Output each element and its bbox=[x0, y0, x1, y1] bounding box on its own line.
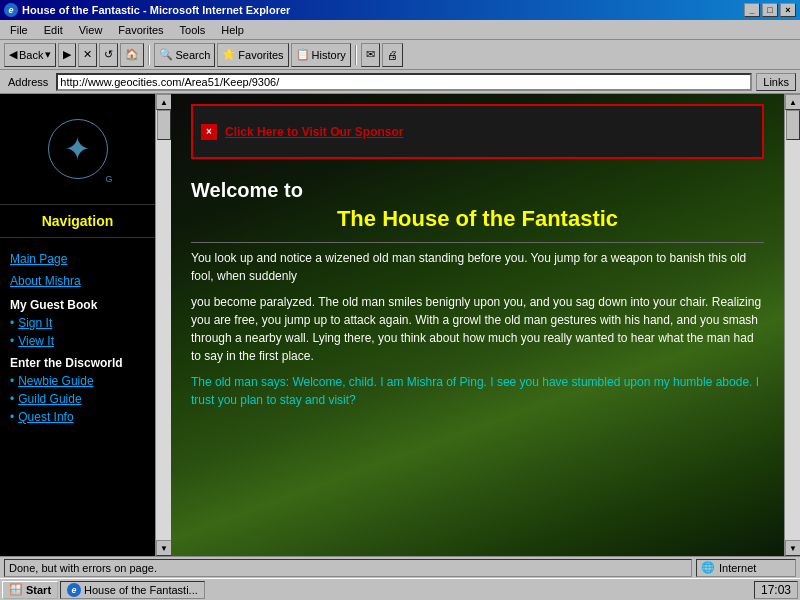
refresh-button[interactable]: ↺ bbox=[99, 43, 118, 67]
toolbar-sep-2 bbox=[355, 45, 357, 65]
body-paragraph-1: You look up and notice a wizened old man… bbox=[191, 249, 764, 285]
browser-content: ✦ G Navigation Main Page About Mishra My… bbox=[0, 94, 800, 556]
nav-link-sign-it[interactable]: Sign It bbox=[18, 316, 52, 330]
left-scroll-track bbox=[156, 110, 171, 540]
address-label: Address bbox=[4, 76, 52, 88]
back-button[interactable]: ◀ Back ▾ bbox=[4, 43, 56, 67]
content-divider bbox=[191, 242, 764, 243]
status-zone: 🌐 Internet bbox=[696, 559, 796, 577]
print-icon: 🖨 bbox=[387, 49, 398, 61]
stop-icon: ✕ bbox=[83, 48, 92, 61]
zone-icon: 🌐 bbox=[701, 561, 715, 574]
favorites-button[interactable]: ⭐ Favorites bbox=[217, 43, 288, 67]
body-paragraph-2: you become paralyzed. The old man smiles… bbox=[191, 293, 764, 365]
taskbar-window-label: House of the Fantasti... bbox=[84, 584, 198, 596]
address-bar: Address Links bbox=[0, 70, 800, 94]
left-scroll-thumb[interactable] bbox=[157, 110, 171, 140]
home-button[interactable]: 🏠 bbox=[120, 43, 144, 67]
menu-view[interactable]: View bbox=[73, 22, 109, 38]
bullet-guild-icon: • bbox=[10, 392, 14, 406]
nav-heading: Navigation bbox=[0, 204, 155, 238]
address-input[interactable] bbox=[56, 73, 752, 91]
links-button[interactable]: Links bbox=[756, 73, 796, 91]
window-title: House of the Fantastic - Microsoft Inter… bbox=[22, 4, 290, 16]
favorites-label: Favorites bbox=[238, 49, 283, 61]
toolbar-sep-1 bbox=[148, 45, 150, 65]
menu-help[interactable]: Help bbox=[215, 22, 250, 38]
menu-favorites[interactable]: Favorites bbox=[112, 22, 169, 38]
nav-link-guild-guide[interactable]: Guild Guide bbox=[18, 392, 81, 406]
nav-guest-book-items: • Sign It • View It bbox=[0, 314, 155, 350]
taskbar-ie-icon: e bbox=[67, 583, 81, 597]
toolbar: ◀ Back ▾ ▶ ✕ ↺ 🏠 🔍 Search ⭐ Favorites 📋 … bbox=[0, 40, 800, 70]
status-bar: Done, but with errors on page. 🌐 Interne… bbox=[0, 556, 800, 578]
mail-button[interactable]: ✉ bbox=[361, 43, 380, 67]
home-icon: 🏠 bbox=[125, 48, 139, 61]
search-label: Search bbox=[175, 49, 210, 61]
compass-area: ✦ G bbox=[0, 94, 155, 204]
right-scroll-up[interactable]: ▲ bbox=[785, 94, 800, 110]
taskbar-ie-item[interactable]: e House of the Fantasti... bbox=[60, 581, 205, 599]
welcome-area: Welcome to The House of the Fantastic Yo… bbox=[171, 169, 784, 425]
right-scroll-thumb[interactable] bbox=[786, 110, 800, 140]
time-display: 17:03 bbox=[761, 583, 791, 597]
search-icon: 🔍 bbox=[159, 48, 173, 61]
back-dropdown-icon: ▾ bbox=[45, 48, 51, 61]
nav-guest-book-heading: My Guest Book bbox=[0, 292, 155, 314]
windows-icon: 🪟 bbox=[9, 583, 23, 596]
nav-link-about-mishra[interactable]: About Mishra bbox=[0, 270, 155, 292]
start-label: Start bbox=[26, 584, 51, 596]
right-scroll-down[interactable]: ▼ bbox=[785, 540, 800, 556]
refresh-icon: ↺ bbox=[104, 48, 113, 61]
menu-file[interactable]: File bbox=[4, 22, 34, 38]
welcome-title: Welcome to bbox=[191, 179, 764, 202]
site-title: The House of the Fantastic bbox=[191, 206, 764, 232]
history-icon: 📋 bbox=[296, 48, 310, 61]
compass: ✦ G bbox=[43, 114, 113, 184]
compass-label: G bbox=[105, 174, 112, 184]
bullet-view-icon: • bbox=[10, 334, 14, 348]
status-text: Done, but with errors on page. bbox=[4, 559, 692, 577]
window-controls: _ □ × bbox=[744, 3, 796, 17]
back-label: Back bbox=[19, 49, 43, 61]
nav-discworld-items: • Newbie Guide • Guild Guide • Quest Inf… bbox=[0, 372, 155, 426]
nav-link-main-page[interactable]: Main Page bbox=[0, 248, 155, 270]
forward-icon: ▶ bbox=[63, 48, 71, 61]
stop-button[interactable]: ✕ bbox=[78, 43, 97, 67]
menu-tools[interactable]: Tools bbox=[174, 22, 212, 38]
nav-link-view-it[interactable]: View It bbox=[18, 334, 54, 348]
minimize-button[interactable]: _ bbox=[744, 3, 760, 17]
mail-icon: ✉ bbox=[366, 48, 375, 61]
content-inner: × Click Here to Visit Our Sponsor Welcom… bbox=[171, 94, 784, 556]
nav-link-quest-info[interactable]: Quest Info bbox=[18, 410, 73, 424]
left-scroll-down[interactable]: ▼ bbox=[156, 540, 172, 556]
history-label: History bbox=[312, 49, 346, 61]
zone-label: Internet bbox=[719, 562, 756, 574]
menu-bar: File Edit View Favorites Tools Help bbox=[0, 20, 800, 40]
left-scrollbar: ▲ ▼ bbox=[155, 94, 171, 556]
taskbar: 🪟 Start e House of the Fantasti... 17:03 bbox=[0, 578, 800, 600]
start-button[interactable]: 🪟 Start bbox=[2, 581, 58, 599]
speech-text: The old man says: Welcome, child. I am M… bbox=[191, 373, 764, 409]
sponsor-banner: × Click Here to Visit Our Sponsor bbox=[191, 104, 764, 159]
right-scroll-track bbox=[785, 110, 800, 540]
print-button[interactable]: 🖨 bbox=[382, 43, 403, 67]
forward-button[interactable]: ▶ bbox=[58, 43, 76, 67]
taskbar-clock: 17:03 bbox=[754, 581, 798, 599]
title-bar: e House of the Fantastic - Microsoft Int… bbox=[0, 0, 800, 20]
bullet-quest-icon: • bbox=[10, 410, 14, 424]
favorites-icon: ⭐ bbox=[222, 48, 236, 61]
history-button[interactable]: 📋 History bbox=[291, 43, 351, 67]
left-scroll-up[interactable]: ▲ bbox=[156, 94, 172, 110]
nav-discworld-heading: Enter the Discworld bbox=[0, 350, 155, 372]
browser-icon: e bbox=[4, 3, 18, 17]
main-content: × Click Here to Visit Our Sponsor Welcom… bbox=[171, 94, 784, 556]
menu-edit[interactable]: Edit bbox=[38, 22, 69, 38]
bullet-newbie-icon: • bbox=[10, 374, 14, 388]
sponsor-link[interactable]: Click Here to Visit Our Sponsor bbox=[225, 125, 404, 139]
nav-link-newbie-guide[interactable]: Newbie Guide bbox=[18, 374, 93, 388]
search-button[interactable]: 🔍 Search bbox=[154, 43, 215, 67]
maximize-button[interactable]: □ bbox=[762, 3, 778, 17]
right-scrollbar: ▲ ▼ bbox=[784, 94, 800, 556]
close-button[interactable]: × bbox=[780, 3, 796, 17]
